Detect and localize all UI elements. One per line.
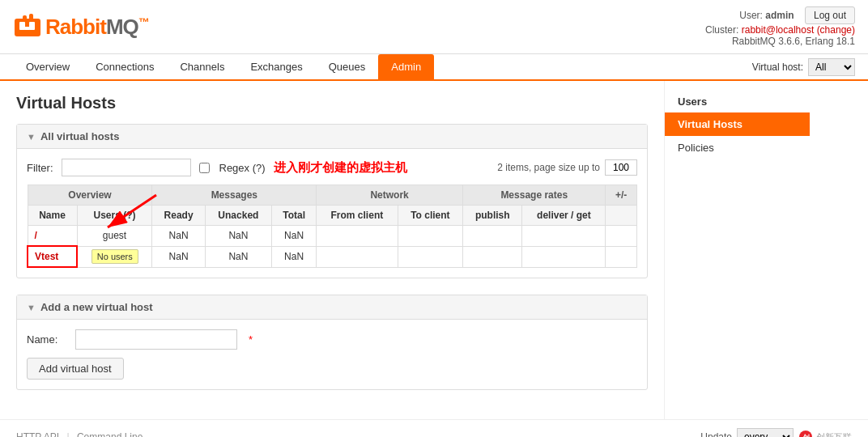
filter-row: Filter: Regex (?) 进入刚才创建的虚拟主机 2 items, p…	[27, 159, 637, 176]
tab-overview[interactable]: Overview	[13, 54, 83, 79]
cluster-link[interactable]: rabbit@localhost	[742, 24, 815, 36]
sidebar-item-virtual-hosts[interactable]: Virtual Hosts	[665, 112, 810, 136]
page-size-input[interactable]	[605, 159, 637, 176]
add-name-label: Name:	[27, 333, 67, 346]
col-group-network: Network	[317, 185, 463, 206]
rabbitmq-logo-icon	[13, 12, 42, 41]
vhost-unacked-slash: NaN	[205, 226, 271, 247]
tab-channels[interactable]: Channels	[167, 54, 237, 79]
add-section-arrow: ▼	[27, 303, 36, 312]
all-virtual-hosts-section: ▼ All virtual hosts Filter: Regex (?) 进入…	[16, 124, 648, 278]
watermark: 创 创新互联	[798, 430, 852, 437]
cluster-info: Cluster: rabbit@localhost (change)	[705, 24, 855, 36]
vhost-to-vtest	[398, 246, 462, 267]
svg-rect-3	[24, 27, 30, 30]
vhost-total-vtest: NaN	[272, 246, 317, 267]
col-name: Name	[28, 206, 77, 226]
vhost-users-vtest: No users	[77, 246, 152, 267]
vhost-total-slash: NaN	[272, 226, 317, 247]
section-arrow: ▼	[27, 132, 36, 142]
all-virtual-hosts-header[interactable]: ▼ All virtual hosts	[17, 125, 647, 149]
filter-label: Filter:	[27, 162, 53, 174]
cluster-change-link[interactable]: (change)	[817, 24, 855, 36]
red-arrow-svg	[91, 191, 189, 240]
logo-text: RabbitMQ™	[45, 15, 149, 40]
tab-admin[interactable]: Admin	[378, 54, 434, 79]
header-right: User: admin Log out Cluster: rabbit@loca…	[705, 6, 855, 47]
virtual-host-label: Virtual host:	[752, 62, 803, 73]
col-publish: publish	[463, 206, 522, 226]
sidebar-item-policies[interactable]: Policies	[665, 136, 810, 159]
update-select[interactable]: every 5s 10s 30s 60s manual	[737, 428, 794, 437]
add-virtual-host-body: Name: * Add virtual host	[17, 320, 647, 389]
version-info: RabbitMQ 3.6.6, Erlang 18.1	[705, 36, 855, 47]
col-empty	[606, 206, 637, 226]
vhost-deliver-vtest	[522, 246, 606, 267]
tab-connections[interactable]: Connections	[83, 54, 167, 79]
watermark-text: 创新互联	[816, 431, 852, 438]
regex-label: Regex (?)	[219, 162, 266, 174]
add-virtual-host-button[interactable]: Add virtual host	[27, 358, 124, 380]
add-virtual-host-section: ▼ Add a new virtual host Name: * Add vir…	[16, 295, 648, 390]
user-info: User: admin Log out	[705, 6, 855, 24]
update-label: Update	[700, 431, 732, 437]
footer-command-line-link[interactable]: Command Line	[77, 431, 143, 437]
cluster-label: Cluster:	[705, 24, 738, 36]
chinese-annotation: 进入刚才创建的虚拟主机	[274, 160, 407, 176]
page-info-text: 2 items, page size up to	[497, 162, 600, 173]
col-deliver-get: deliver / get	[522, 206, 606, 226]
svg-rect-5	[29, 14, 33, 22]
vhost-deliver-slash	[522, 226, 606, 247]
sidebar-users-heading: Users	[665, 91, 810, 112]
virtual-host-select[interactable]: All / Vtest	[808, 58, 855, 76]
regex-checkbox[interactable]	[199, 163, 210, 173]
page-info: 2 items, page size up to	[497, 159, 637, 176]
vhost-name-slash[interactable]: /	[28, 226, 77, 247]
add-name-input[interactable]	[75, 329, 237, 350]
section-title: All virtual hosts	[40, 130, 120, 142]
all-virtual-hosts-body: Filter: Regex (?) 进入刚才创建的虚拟主机 2 items, p…	[17, 149, 647, 278]
footer: HTTP API | Command Line Update every 5s …	[0, 419, 868, 437]
vhost-to-slash	[398, 226, 462, 247]
logout-button[interactable]: Log out	[805, 6, 855, 24]
nav: Overview Connections Channels Exchanges …	[0, 54, 868, 81]
col-total: Total	[272, 206, 317, 226]
svg-rect-4	[23, 15, 27, 22]
table-row: Vtest No users NaN NaN NaN	[28, 246, 637, 267]
vhost-from-vtest	[317, 246, 398, 267]
footer-http-api-link[interactable]: HTTP API	[16, 431, 59, 437]
vhost-publish-vtest	[463, 246, 522, 267]
vhost-unacked-vtest: NaN	[205, 246, 271, 267]
tab-exchanges[interactable]: Exchanges	[237, 54, 315, 79]
col-from-client: From client	[317, 206, 398, 226]
logo-area: RabbitMQ™	[13, 12, 149, 41]
header: RabbitMQ™ User: admin Log out Cluster: r…	[0, 0, 868, 54]
vhost-action-vtest	[606, 246, 637, 267]
tab-queues[interactable]: Queues	[316, 54, 379, 79]
vhost-publish-slash	[463, 226, 522, 247]
watermark-icon: 创	[798, 430, 813, 437]
sidebar: Users Virtual Hosts Policies	[664, 81, 810, 419]
svg-text:创: 创	[802, 434, 810, 437]
no-users-badge: No users	[91, 249, 138, 264]
filter-input[interactable]	[62, 159, 191, 176]
add-name-row: Name: *	[27, 329, 637, 350]
footer-links: HTTP API | Command Line	[16, 431, 143, 437]
vhost-from-slash	[317, 226, 398, 247]
svg-rect-2	[29, 22, 35, 30]
required-star: *	[249, 333, 253, 346]
add-virtual-host-header[interactable]: ▼ Add a new virtual host	[17, 295, 647, 320]
nav-right: Virtual host: All / Vtest	[752, 58, 855, 76]
svg-rect-1	[19, 22, 25, 30]
page-title: Virtual Hosts	[16, 94, 648, 112]
user-label: User:	[739, 10, 763, 21]
add-section-title: Add a new virtual host	[40, 301, 153, 313]
main: Virtual Hosts ▼ All virtual hosts Filter…	[0, 81, 868, 419]
col-group-message-rates: Message rates	[463, 185, 606, 206]
col-unacked: Unacked	[205, 206, 271, 226]
col-plus-minus[interactable]: +/-	[606, 185, 637, 206]
content: Virtual Hosts ▼ All virtual hosts Filter…	[0, 81, 664, 419]
vhost-name-vtest[interactable]: Vtest	[28, 246, 77, 267]
svg-line-7	[108, 195, 156, 227]
vhost-ready-vtest: NaN	[152, 246, 205, 267]
